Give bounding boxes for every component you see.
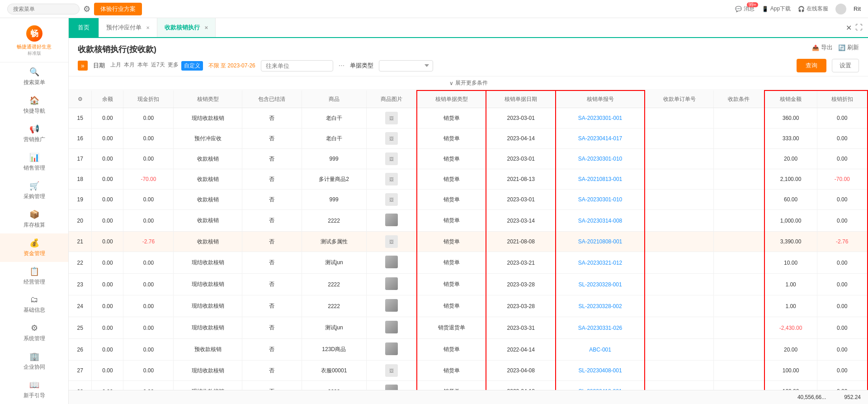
bill-type-select[interactable]: [379, 60, 433, 71]
col-header-include-settled: 包含已结清: [242, 90, 302, 108]
date-this-year[interactable]: 本年: [137, 61, 148, 71]
sidebar-item-basic[interactable]: 🗂 基础信息: [0, 290, 68, 318]
search-input[interactable]: [7, 4, 80, 14]
cell-include-settled: 否: [242, 295, 302, 317]
sidebar-item-guide[interactable]: 📖 新手引导: [0, 375, 68, 404]
cell-receipt-order-no: [645, 108, 714, 128]
sidebar-item-quick-nav[interactable]: 🏠 快捷导航: [0, 91, 68, 119]
expand-more-link[interactable]: ∨ 展开更多条件: [449, 79, 488, 87]
tab-home[interactable]: 首页: [69, 18, 99, 37]
refresh-btn[interactable]: 🔄 刷新: [838, 43, 859, 52]
cell-goods: 123D商品: [302, 339, 366, 361]
cell-offset-discount: -70.00: [817, 169, 868, 190]
app-icon: 📱: [762, 6, 769, 12]
cell-include-settled: 否: [242, 317, 302, 339]
date-more[interactable]: 更多: [168, 61, 179, 71]
close-window-icon[interactable]: ✕: [846, 24, 852, 32]
filter-bar: » 日期 上月 本月 本年 近7天 更多 自定义 不限 至 2023-07-26…: [69, 55, 868, 76]
tab-bar: 首页 预付冲应付单 ✕ 收款核销执行 ✕ ✕ ⛶: [69, 18, 868, 38]
cell-goods-image: 🖼: [366, 361, 417, 381]
cell-bill-report-type: 销货单: [417, 252, 486, 274]
cell-offset-type: 预付冲应收: [174, 128, 242, 149]
tab-prepay[interactable]: 预付冲应付单 ✕: [99, 18, 157, 37]
table-footer: 40,556,66... 952.24: [69, 390, 868, 404]
bill-report-no-link[interactable]: SA-20210808-001: [578, 238, 622, 245]
cell-goods: 测试jun: [302, 252, 366, 274]
sidebar-item-marketing[interactable]: 📢 营销推广: [0, 119, 68, 148]
cell-goods: 2222: [302, 274, 366, 295]
cell-bill-report-no: SA-20210808-001: [556, 232, 645, 252]
bill-report-no-link[interactable]: SA-20230331-026: [578, 325, 622, 331]
tab-prepay-close[interactable]: ✕: [146, 25, 150, 30]
tab-receipt-offset-close[interactable]: ✕: [204, 25, 208, 30]
goods-thumb: [385, 299, 398, 312]
bill-report-no-link[interactable]: ABC-001: [589, 347, 611, 353]
sidebar-item-label: 库存核算: [24, 221, 45, 229]
sidebar-item-ops[interactable]: 📋 经营管理: [0, 262, 68, 290]
bill-report-no-link[interactable]: SA-20230301-010: [578, 196, 622, 203]
sidebar-item-inventory[interactable]: 📦 库存核算: [0, 205, 68, 233]
sidebar-item-label: 营销推广: [24, 136, 45, 143]
cell-goods: 2222: [302, 381, 366, 390]
bill-report-no-link[interactable]: SA-20230414-017: [578, 135, 622, 142]
table-container: ⚙ 余额 现金折扣 核销类型 包含已结清 商品 商品图片 核销单据类型 核销单据…: [69, 90, 868, 390]
date-last-month[interactable]: 上月: [110, 61, 121, 71]
sidebar-item-enterprise[interactable]: 🏢 企业协同: [0, 347, 68, 375]
cell-offset-type: 现结收款核销: [174, 252, 242, 274]
settings-btn[interactable]: 设置: [832, 59, 859, 72]
sidebar-item-label: 搜索菜单: [24, 79, 45, 86]
message-icon: 💬: [735, 6, 742, 12]
cell-balance: 0.00: [92, 252, 123, 274]
sidebar-item-search[interactable]: 🔍 搜索菜单: [0, 62, 68, 91]
cell-offset-amount: 2,100.00: [764, 169, 817, 190]
cell-bill-report-date: 2023-03-14: [486, 210, 556, 232]
sidebar-item-label: 系统管理: [24, 335, 45, 342]
cell-offset-type: 收款核销: [174, 190, 242, 210]
cell-include-settled: 否: [242, 169, 302, 190]
bill-report-no-link[interactable]: SA-20230301-010: [578, 156, 622, 162]
app-download-btn[interactable]: 📱 App下载: [762, 5, 791, 13]
cell-bill-report-no: SA-20230331-026: [556, 317, 645, 339]
online-service-btn[interactable]: 🎧 在线客服: [798, 5, 828, 13]
total-discount-value: 952.24: [844, 394, 861, 400]
partner-dots[interactable]: ···: [339, 62, 344, 70]
sidebar-item-sales[interactable]: 📊 销售管理: [0, 148, 68, 176]
sidebar-item-system[interactable]: ⚙ 系统管理: [0, 318, 68, 347]
col-header-gear[interactable]: ⚙: [69, 90, 92, 108]
cell-balance: 0.00: [92, 232, 123, 252]
cell-bill-report-no: ABC-001: [556, 339, 645, 361]
cell-receipt-condition: [714, 108, 764, 128]
goods-thumb: [385, 214, 398, 226]
expand-filter-btn[interactable]: »: [78, 61, 88, 71]
date-7-days[interactable]: 近7天: [151, 61, 165, 71]
sidebar-item-label: 经营管理: [24, 278, 45, 286]
cell-num: 26: [69, 339, 92, 361]
cell-offset-discount: 0.00: [817, 149, 868, 169]
date-this-month[interactable]: 本月: [124, 61, 135, 71]
cell-bill-report-type: 销货单: [417, 210, 486, 232]
tab-receipt-offset[interactable]: 收款核销执行 ✕: [157, 18, 216, 37]
bill-report-no-link[interactable]: SA-20230314-008: [578, 218, 622, 224]
messages-btn[interactable]: 💬 消息 99+: [735, 5, 755, 13]
table-row: 23 0.00 0.00 现结收款核销 否 2222 销货单 2023-03-2…: [69, 274, 868, 295]
cell-bill-report-no: SL-20230328-001: [556, 274, 645, 295]
gear-icon[interactable]: ⚙: [83, 4, 90, 14]
bill-report-no-link[interactable]: SA-20230321-012: [578, 260, 622, 266]
cell-offset-type: 收款核销: [174, 169, 242, 190]
sidebar-item-purchase[interactable]: 🛒 采购管理: [0, 176, 68, 205]
cell-receipt-condition: [714, 339, 764, 361]
bill-report-no-link[interactable]: SA-20210813-001: [578, 176, 622, 182]
partner-input[interactable]: [261, 60, 333, 71]
table-row: 21 0.00 -2.76 收款核销 否 测试多属性 🖼 销货单 2021-08…: [69, 232, 868, 252]
query-btn[interactable]: 查询: [797, 59, 826, 72]
export-icon: 📤: [812, 44, 819, 51]
bill-report-no-link[interactable]: SL-20230328-001: [579, 281, 622, 288]
bill-report-no-link[interactable]: SL-20230328-002: [579, 303, 622, 309]
date-custom[interactable]: 自定义: [181, 61, 203, 71]
bill-report-no-link[interactable]: SL-20230408-001: [579, 367, 622, 374]
bill-report-no-link[interactable]: SA-20230301-001: [578, 115, 622, 121]
export-btn[interactable]: 📤 导出: [812, 43, 833, 52]
industry-btn[interactable]: 体验行业方案: [94, 3, 142, 15]
maximize-icon[interactable]: ⛶: [855, 24, 863, 32]
sidebar-item-finance[interactable]: 💰 资金管理: [0, 233, 68, 262]
